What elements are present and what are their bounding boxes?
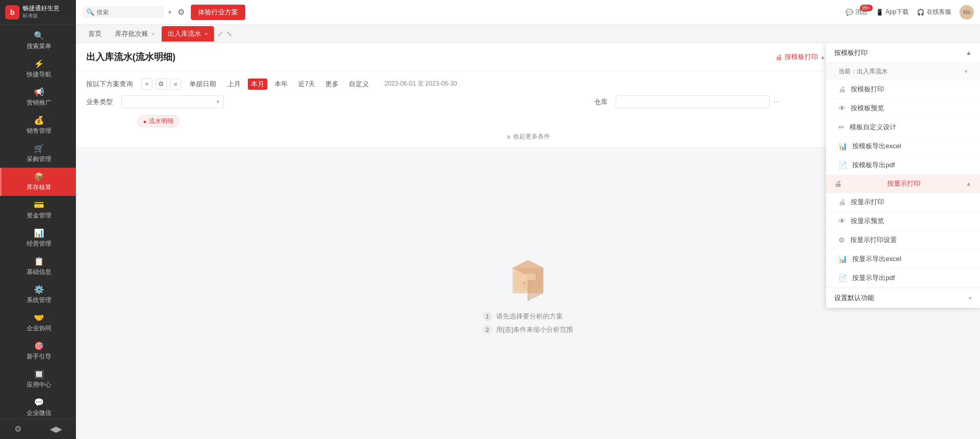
finance-icon: 💳 [34,200,44,210]
sidebar-item-appstore[interactable]: 🔲应用中心 [0,365,76,393]
pdf-icon: 📄 [838,161,847,169]
sidebar-item-search[interactable]: 🔍搜索菜单 [0,27,76,55]
dropdown-item-按模板预览[interactable]: 👁按模板预览 [826,99,980,118]
flow-detail-tag[interactable]: ● 流水明细 [138,115,179,127]
current-label: 当前：出入库流水 [838,67,888,76]
tag-close-icon[interactable]: ● [143,118,147,125]
dropdown-item-按模板打印[interactable]: 🖨按模板打印 [826,80,980,99]
topbar-gear-icon[interactable]: ⚙ [178,7,185,17]
date-tab-上月[interactable]: 上月 [224,78,244,90]
online-service-item[interactable]: 🎧 在线客服 [917,8,951,16]
dropdown-display-item-按显示打印[interactable]: 🖨按显示打印 [826,193,980,212]
collapse-more-btn[interactable]: ∧ 收起更多条件 [506,132,550,141]
print-chevron-icon: ▲ [820,54,826,60]
app-logo-text: 畅捷通好生意 标准版 [23,5,60,20]
dropdown-item-按模板导出pdf[interactable]: 📄按模板导出pdf [826,156,980,175]
biz-type-label: 业务类型 [86,97,113,107]
tab-batch[interactable]: 库存批次账× [109,26,161,42]
tabbar-expand-icon[interactable]: ⤢ [217,30,223,38]
dropdown-current-item: 当前：出入库流水▾ [826,63,980,80]
print-action-btn[interactable]: 🖨 按模板打印 ▲ [776,52,826,62]
sidebar-item-guide[interactable]: 🎯新手引导 [0,337,76,365]
purchase-icon: 🛒 [34,144,44,153]
sales-icon: 💰 [34,115,44,125]
sidebar-item-shortcut[interactable]: ⚡快捷导航 [0,55,76,83]
settings-filter-btn[interactable]: ⚙ [155,78,167,90]
search-input[interactable] [96,9,158,16]
display-section-icon: 🖨 [834,179,841,188]
sidebar-item-label-marketing: 营销推广 [27,98,51,107]
appstore-icon: 🔲 [34,369,44,379]
tab-close-batch[interactable]: × [151,31,154,37]
display-chevron-icon: ▲ [966,180,972,187]
dropdown-display-item-按显示导出excel[interactable]: 📊按显示导出excel [826,250,980,269]
dropdown-display-item-label: 按显示导出excel [852,254,901,264]
sidebar-item-wechat[interactable]: 💬企业微信 [0,393,76,418]
sidebar-item-basic[interactable]: 📋基础信息 [0,252,76,281]
dropdown-display-header[interactable]: 🖨按显示打印▲ [826,175,980,193]
empty-state-icon [502,252,554,304]
avatar[interactable]: Rit [959,5,974,19]
basic-icon: 📋 [34,256,44,266]
dropdown-template-header[interactable]: 按模板打印▲ [826,43,980,63]
message-icon-item[interactable]: 💬 消息 99+ [846,8,868,16]
date-tab-本年[interactable]: 本年 [271,78,291,90]
svg-point-7 [523,282,526,285]
tabbar-collapse-icon[interactable]: ⤡ [226,30,232,38]
warehouse-ellipsis-icon[interactable]: ··· [774,97,780,107]
biz-type-select[interactable] [121,95,224,108]
dropdown-display-item-按显示导出pdf[interactable]: 📄按显示导出pdf [826,269,980,288]
tab-flow[interactable]: 出入库流水× [162,26,213,42]
sidebar-item-label-system: 系统管理 [27,296,51,305]
topbar-search-box[interactable]: 🔍 [82,6,164,18]
trial-btn[interactable]: 体验行业方案 [191,5,245,20]
print-icon: 🖨 [776,53,782,61]
pdf-display-icon: 📄 [838,274,847,282]
tab-label-batch: 库存批次账 [115,29,148,38]
app-logo-icon: b [5,5,19,19]
dropdown-item-label: 按模板打印 [851,85,884,94]
sidebar-item-system[interactable]: ⚙️系统管理 [0,281,76,309]
footer-chevron-icon: ▾ [969,295,972,302]
collapse-filter-btn[interactable]: « [170,78,181,90]
sidebar-item-label-guide: 新手引导 [27,352,51,361]
topbar-chevron-icon[interactable]: ▾ [168,9,171,16]
wechat-icon: 💬 [34,397,44,407]
sidebar-item-label-collab: 企业协同 [27,324,51,333]
download-icon: 📱 [876,9,884,16]
sidebar-item-label-sales: 销售管理 [27,127,51,135]
dropdown-display-item-按显示预览[interactable]: 👁按显示预览 [826,212,980,231]
sidebar-item-label-appstore: 应用中心 [27,381,51,389]
sidebar-item-inventory[interactable]: 📦库存核算 [0,168,76,196]
dropdown-display-item-按显示打印设置[interactable]: ⚙按显示打印设置 [826,231,980,250]
sidebar-item-operation[interactable]: 📊经营管理 [0,224,76,252]
sidebar-item-label-finance: 资金管理 [27,211,51,220]
add-filter-btn[interactable]: + [141,78,152,90]
design-icon: ✏ [838,123,845,131]
collapse-icon: ∧ [506,133,511,141]
inventory-icon: 📦 [34,172,44,182]
sidebar-item-purchase[interactable]: 🛒采购管理 [0,139,76,168]
warehouse-input[interactable] [616,95,770,108]
date-tab-近7天[interactable]: 近7天 [295,78,318,90]
app-download-item[interactable]: 📱 App下载 [876,8,909,16]
sidebar-item-label-search: 搜索菜单 [27,42,51,51]
message-badge: 99+ [860,5,873,11]
date-tab-自定义[interactable]: 自定义 [346,78,372,90]
sidebar-item-sales[interactable]: 💰销售管理 [0,111,76,139]
tab-close-flow[interactable]: × [204,31,207,37]
collapse-sidebar-icon[interactable]: ◀▶ [50,424,62,434]
sidebar-item-collab[interactable]: 🤝企业协同 [0,309,76,337]
dropdown-footer[interactable]: 设置默认功能▾ [826,288,980,308]
dropdown-item-模板自定义设计[interactable]: ✏模板自定义设计 [826,118,980,137]
dropdown-item-label: 按模板导出pdf [852,161,895,170]
dropdown-item-按模板导出excel[interactable]: 📊按模板导出excel [826,137,980,156]
sidebar-item-marketing[interactable]: 📢营销推广 [0,83,76,111]
settings-icon[interactable]: ⚙ [14,424,22,434]
date-tab-更多[interactable]: 更多 [322,78,342,90]
date-tab-本月[interactable]: 本月 [248,78,267,90]
warehouse-label: 仓库 [594,97,607,107]
sidebar-item-finance[interactable]: 💳资金管理 [0,196,76,224]
tab-home[interactable]: 首页 [82,26,108,42]
dropdown-item-label: 模板自定义设计 [850,123,896,132]
